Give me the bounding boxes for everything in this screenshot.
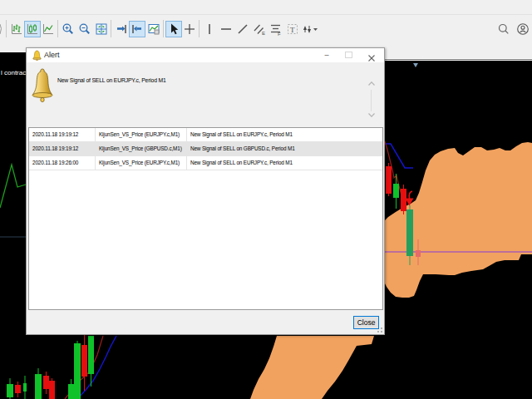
table-cell: New Signal of SELL on EURJPY.c, Period M…: [187, 128, 382, 142]
table-cell: 2020.11.18 19:19:12: [29, 142, 96, 156]
candlestick: [23, 383, 27, 392]
table-cell: KijunSen_VS_Price (EURJPY.c,M1): [96, 128, 187, 142]
candlestick: [49, 381, 55, 399]
indicator-line: [0, 165, 26, 208]
alert-dialog: Alert – New Signal of SELL on EURJPY.c, …: [26, 47, 385, 335]
table-cell: 2020.11.18 19:26:00: [29, 156, 96, 170]
sell-arrow-icon: [409, 191, 412, 199]
alert-table: 2020.11.18 19:19:12KijunSen_VS_Price (EU…: [28, 127, 383, 310]
candlestick: [43, 376, 49, 389]
bell-icon: [32, 50, 42, 61]
maximize-button[interactable]: [337, 48, 359, 62]
candlestick: [88, 336, 94, 374]
candlestick: [15, 385, 21, 393]
metatrader-window: E F T l contract, l Alert –: [0, 0, 532, 399]
dialog-title: Alert: [44, 51, 60, 59]
table-row[interactable]: 2020.11.18 19:19:12KijunSen_VS_Price (GB…: [29, 142, 382, 156]
table-cell: New Signal of SELL on EURJPY.c, Period M…: [187, 156, 382, 170]
table-cell: New Signal of SELL on GBPUSD.c, Period M…: [187, 142, 382, 156]
candlestick: [406, 209, 413, 256]
candlestick: [68, 384, 74, 399]
candlestick: [416, 250, 421, 257]
dialog-titlebar[interactable]: Alert –: [27, 48, 384, 62]
scroll-track: [371, 90, 372, 111]
candlestick: [35, 374, 42, 399]
candlestick: [401, 189, 406, 211]
alert-message: New Signal of SELL on EURJPY.c, Period M…: [57, 76, 166, 84]
candlestick: [81, 345, 87, 377]
table-row[interactable]: 2020.11.18 19:19:12KijunSen_VS_Price (EU…: [29, 128, 382, 142]
resize-grip[interactable]: [376, 326, 383, 333]
minimize-button[interactable]: –: [316, 48, 337, 62]
scroll-down-icon[interactable]: [368, 113, 375, 117]
candlestick: [74, 343, 81, 399]
alert-bell-icon: [31, 66, 54, 108]
table-cell: KijunSen_VS_Price (GBPUSD.c,M1): [96, 142, 187, 156]
scroll-marker-icon: [413, 63, 418, 67]
table-cell: KijunSen_VS_Price (EURJPY.c,M1): [96, 156, 187, 170]
candlestick: [7, 384, 13, 397]
close-window-button[interactable]: [361, 48, 382, 62]
table-cell: 2020.11.18 19:19:12: [29, 128, 96, 142]
ichimoku-cloud: [250, 336, 374, 399]
candlestick: [393, 184, 399, 198]
scroll-up-icon[interactable]: [368, 81, 375, 86]
candlestick: [386, 166, 392, 194]
table-row[interactable]: 2020.11.18 19:26:00KijunSen_VS_Price (EU…: [29, 156, 382, 170]
